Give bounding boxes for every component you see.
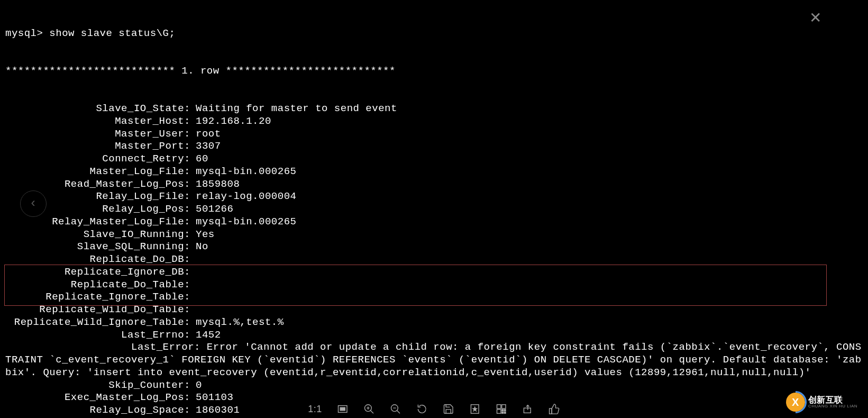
status-row: Last_Errno:1452 <box>5 329 863 342</box>
rotate-icon[interactable] <box>416 403 428 415</box>
status-value <box>190 266 196 279</box>
zoom-out-icon[interactable] <box>390 403 401 415</box>
status-label: Master_Log_File: <box>5 166 190 178</box>
image-viewer-toolbar: 1:1 <box>308 403 560 415</box>
status-row: Slave_SQL_Running:No <box>5 241 863 253</box>
logo-icon: X <box>786 393 805 412</box>
status-value <box>190 291 196 304</box>
status-value: 501103 <box>190 392 233 404</box>
status-value <box>190 304 196 316</box>
status-row: Replicate_Ignore_DB: <box>5 266 863 279</box>
status-row: Master_User:root <box>5 128 863 141</box>
status-row: Master_Log_File:mysql-bin.000265 <box>5 166 863 178</box>
bookmark-icon[interactable] <box>469 403 481 415</box>
row-separator: *************************** 1. row *****… <box>5 65 863 78</box>
status-value: root <box>190 128 221 141</box>
svg-rect-13 <box>497 410 501 413</box>
status-label: Read_Master_Log_Pos: <box>5 178 190 191</box>
status-label: Slave_SQL_Running: <box>5 241 190 253</box>
command-text: show slave status\G; <box>49 28 175 40</box>
status-row: Slave_IO_State:Waiting for master to sen… <box>5 103 863 115</box>
status-row: Read_Master_Log_Pos:1859808 <box>5 178 863 191</box>
status-label: Master_Host: <box>5 115 190 128</box>
status-label: Replicate_Wild_Ignore_Table: <box>5 316 190 329</box>
status-label: Replicate_Do_DB: <box>5 253 190 266</box>
actual-size-icon[interactable] <box>337 403 349 415</box>
status-label: Replicate_Ignore_DB: <box>5 266 190 279</box>
status-label: Master_User: <box>5 128 190 141</box>
svg-line-7 <box>397 411 400 414</box>
svg-rect-12 <box>502 405 506 408</box>
svg-rect-20 <box>550 408 552 414</box>
status-value: No <box>190 241 208 253</box>
status-value: 0 <box>190 379 202 392</box>
terminal-output: mysql> show slave status\G; ************… <box>0 0 868 418</box>
zoom-in-icon[interactable] <box>363 403 375 415</box>
status-row: Skip_Counter:0 <box>5 379 863 392</box>
status-row: Relay_Log_File:relay-log.000004 <box>5 190 863 203</box>
status-value: 501266 <box>190 203 233 216</box>
command-line: mysql> show slave status\G; <box>5 28 863 40</box>
status-label: Connect_Retry: <box>5 153 190 166</box>
svg-line-3 <box>371 411 374 414</box>
status-label: Master_Port: <box>5 140 190 153</box>
status-value: 1860301 <box>190 404 240 417</box>
status-label: Relay_Master_Log_File: <box>5 216 190 229</box>
zoom-ratio: 1:1 <box>308 403 322 415</box>
status-value: Yes <box>190 229 215 241</box>
status-row: Master_Port:3307 <box>5 140 863 153</box>
svg-marker-10 <box>473 407 477 411</box>
status-row: Last_Error: Error 'Cannot add or update … <box>5 341 863 379</box>
share-icon[interactable] <box>522 403 534 415</box>
svg-rect-14 <box>502 410 504 411</box>
chevron-left-icon: ‹ <box>30 196 38 212</box>
status-value: relay-log.000004 <box>190 190 296 203</box>
status-value: Waiting for master to send event <box>190 103 397 115</box>
like-icon[interactable] <box>549 403 560 415</box>
save-icon[interactable] <box>443 403 454 415</box>
watermark-logo: X 创新互联 CHUANG XIN HU LIAN <box>786 393 857 412</box>
status-label: Replicate_Do_Table: <box>5 279 190 292</box>
status-value: 192.168.1.20 <box>190 115 271 128</box>
status-row: Relay_Master_Log_File:mysql-bin.000265 <box>5 216 863 229</box>
status-value: mysql-bin.000265 <box>190 166 296 178</box>
status-label: Replicate_Ignore_Table: <box>5 291 190 304</box>
logo-sub-text: CHUANG XIN HU LIAN <box>808 404 857 408</box>
svg-rect-16 <box>502 412 504 413</box>
status-row: Replicate_Do_Table: <box>5 279 863 292</box>
status-label: Replicate_Wild_Do_Table: <box>5 304 190 316</box>
svg-rect-17 <box>504 412 506 413</box>
status-value: 60 <box>190 153 208 166</box>
status-value: mysql-bin.000265 <box>190 216 296 229</box>
status-row: Replicate_Ignore_Table: <box>5 291 863 304</box>
status-error-text: Last_Error: Error 'Cannot add or update … <box>5 341 862 378</box>
status-label: Skip_Counter: <box>5 379 190 392</box>
prompt: mysql> <box>5 28 49 40</box>
status-row: Exec_Master_Log_Pos:501103 <box>5 392 863 404</box>
status-label: Relay_Log_Space: <box>5 404 190 417</box>
status-value: 1859808 <box>190 178 240 191</box>
status-label: Last_Errno: <box>5 329 190 342</box>
prev-button[interactable]: ‹ <box>20 190 47 217</box>
status-value: mysql.%,test.% <box>190 316 284 329</box>
status-row: Master_Host:192.168.1.20 <box>5 115 863 128</box>
status-value: 3307 <box>190 140 221 153</box>
status-label: Exec_Master_Log_Pos: <box>5 392 190 404</box>
svg-rect-18 <box>524 408 531 413</box>
status-row: Slave_IO_Running:Yes <box>5 229 863 241</box>
qrcode-icon[interactable] <box>496 403 507 415</box>
status-row: Connect_Retry:60 <box>5 153 863 166</box>
svg-rect-11 <box>497 405 501 408</box>
close-button[interactable]: ✕ <box>809 8 822 27</box>
svg-rect-1 <box>340 407 345 411</box>
status-row: Replicate_Wild_Ignore_Table:mysql.%,test… <box>5 316 863 329</box>
status-value <box>190 253 196 266</box>
logo-main-text: 创新互联 <box>808 396 857 404</box>
status-value: 1452 <box>190 329 221 342</box>
status-row: Relay_Log_Pos:501266 <box>5 203 863 216</box>
svg-rect-15 <box>504 410 506 411</box>
status-row: Replicate_Do_DB: <box>5 253 863 266</box>
status-label: Slave_IO_Running: <box>5 229 190 241</box>
status-row: Replicate_Wild_Do_Table: <box>5 304 863 316</box>
status-label: Slave_IO_State: <box>5 103 190 115</box>
